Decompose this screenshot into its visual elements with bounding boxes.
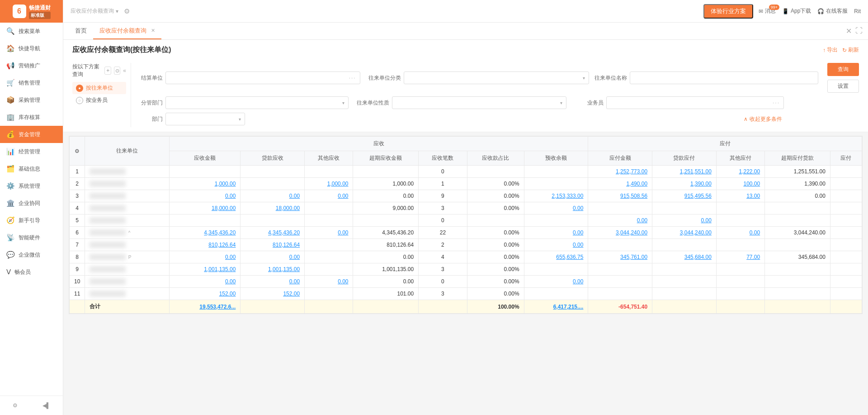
row-ar-loan[interactable]: 0.00 — [241, 190, 305, 202]
sidebar-item-sales[interactable]: 🛒 销售管理 — [0, 74, 63, 91]
th-settings[interactable]: ⚙ — [70, 137, 85, 166]
row-ap-amount[interactable]: 1,252,773.00 — [588, 166, 652, 178]
row-ar-prepay[interactable]: 0.00 — [524, 276, 588, 288]
salesman-input[interactable]: ··· — [606, 96, 784, 109]
sidebar-item-base[interactable]: 🗂️ 基础信息 — [0, 160, 63, 177]
sidebar-item-member[interactable]: Ⅴ 畅会员 — [0, 263, 63, 281]
filter-nav-by-partner[interactable]: ● 按往来单位 — [72, 82, 126, 94]
row-ap-amount[interactable]: 3,044,240.00 — [588, 227, 652, 239]
tab-close-window[interactable]: ✕ — [846, 27, 852, 35]
row-ar-amount[interactable]: 810,126.64 — [170, 239, 241, 251]
row-partner: ^ — [85, 227, 170, 239]
filter-settings-btn[interactable]: ⊙ — [114, 67, 120, 75]
settings-bottom-btn[interactable]: ⚙ — [8, 400, 22, 411]
add-filter-btn[interactable]: + — [104, 67, 111, 75]
row-num: 4 — [70, 202, 85, 215]
sidebar-item-finance[interactable]: 💰 资金管理 — [0, 126, 63, 143]
row-ap-loan[interactable]: 3,044,240.00 — [652, 227, 717, 239]
table-row: 10 0.00 0.00 0.00 0.00 0 0.00% 0.00 — [70, 276, 862, 288]
sidebar-item-guide[interactable]: 🧭 新手引导 — [0, 212, 63, 229]
row-ar-amount[interactable]: 4,345,436.20 — [170, 227, 241, 239]
row-ar-loan[interactable]: 810,126.64 — [241, 239, 305, 251]
row-ap-other[interactable]: 100.00 — [716, 178, 764, 190]
sidebar-item-system[interactable]: ⚙️ 系统管理 — [0, 177, 63, 195]
row-ap-other[interactable]: 13.00 — [716, 190, 764, 202]
row-ap-loan[interactable]: 345,684.00 — [652, 251, 717, 263]
query-button[interactable]: 查询 — [827, 63, 859, 76]
row-ar-loan[interactable]: 0.00 — [241, 251, 305, 263]
sidebar-item-marketing[interactable]: 📢 营销推广 — [0, 57, 63, 74]
partner-name-input[interactable] — [630, 72, 818, 84]
row-ap-other[interactable]: 0.00 — [716, 227, 764, 239]
row-ap-loan[interactable]: 915,495.56 — [652, 190, 717, 202]
table-settings-icon[interactable]: ⚙ — [75, 148, 80, 154]
row-ap-loan[interactable]: 1,251,551.00 — [652, 166, 717, 178]
sidebar-item-corp[interactable]: 🏛️ 企业协同 — [0, 195, 63, 212]
collapse-btn[interactable]: ∧ 收起更多条件 — [744, 115, 782, 123]
row-ap-amount[interactable]: 915,508.56 — [588, 190, 652, 202]
sidebar-item-wechat[interactable]: 💬 企业微信 — [0, 246, 63, 263]
service-btn[interactable]: 🎧 在线客服 — [817, 7, 848, 15]
dept2-input[interactable]: ▾ — [165, 113, 245, 125]
row-ap-loan[interactable]: 0.00 — [652, 215, 717, 227]
footer-ar-prepay[interactable]: 6,417,215.... — [524, 300, 588, 314]
filter-nav-by-salesman[interactable]: ○ 按业务员 — [72, 94, 126, 106]
sidebar-item-purchase[interactable]: 📦 采购管理 — [0, 91, 63, 109]
row-ap-amount[interactable]: 345,761.00 — [588, 251, 652, 263]
row-ar-other[interactable]: 0.00 — [305, 276, 353, 288]
partner-nature-input[interactable]: ▾ — [392, 96, 566, 109]
collapse-sidebar-btn[interactable]: ◀▌ — [38, 400, 55, 411]
settlement-input[interactable]: ··· — [165, 72, 360, 84]
row-ar-prepay[interactable]: 655,636.75 — [524, 251, 588, 263]
row-ar-other[interactable]: 0.00 — [305, 227, 353, 239]
row-ar-loan[interactable]: 0.00 — [241, 276, 305, 288]
sidebar-item-hardware[interactable]: 📡 智能硬件 — [0, 229, 63, 246]
message-btn[interactable]: ✉ 消息 99+ — [759, 7, 776, 15]
tab-arquery[interactable]: 应收应付余额查询 ✕ — [93, 23, 161, 39]
row-ar-prepay[interactable]: 0.00 — [524, 202, 588, 215]
app-download-btn[interactable]: 📱 App下载 — [782, 7, 811, 15]
sidebar-item-ops[interactable]: 📊 经营管理 — [0, 143, 63, 160]
filter-cell-dept2: 部门 ▾ — [137, 113, 245, 125]
sidebar-item-quick[interactable]: 🏠 快捷导航 — [0, 40, 63, 57]
row-ap-amount[interactable]: 1,490.00 — [588, 178, 652, 190]
row-ar-other[interactable]: 0.00 — [305, 190, 353, 202]
promo-button[interactable]: 体验行业方案 — [703, 4, 753, 19]
row-ar-loan[interactable]: 152.00 — [241, 288, 305, 300]
export-button[interactable]: ↑ 导出 — [823, 46, 838, 54]
tab-home[interactable]: 首页 — [69, 23, 93, 39]
partner-radio-icon: ● — [76, 85, 83, 92]
refresh-button[interactable]: ↻ 刷新 — [842, 46, 859, 54]
row-ap-amount[interactable]: 0.00 — [588, 215, 652, 227]
partner-category-input[interactable]: ▾ — [404, 72, 590, 84]
dept-input[interactable]: ▾ — [165, 96, 349, 109]
row-ar-amount[interactable]: 1,000.00 — [170, 178, 241, 190]
row-ar-amount[interactable]: 18,000.00 — [170, 202, 241, 215]
sidebar-item-search[interactable]: 🔍 搜索菜单 — [0, 23, 63, 40]
row-ar-amount[interactable]: 0.00 — [170, 276, 241, 288]
row-ar-amount[interactable]: 0.00 — [170, 251, 241, 263]
row-ar-prepay[interactable]: 0.00 — [524, 227, 588, 239]
row-ar-loan[interactable]: 1,001,135.00 — [241, 263, 305, 276]
th-ar-loan: 贷款应收 — [241, 151, 305, 166]
guide-icon: 🧭 — [6, 216, 15, 224]
row-ar-amount[interactable]: 1,001,135.00 — [170, 263, 241, 276]
footer-ar-amount[interactable]: 19,553,472.6... — [170, 300, 241, 314]
row-ar-loan[interactable]: 4,345,436.20 — [241, 227, 305, 239]
row-ar-amount[interactable]: 0.00 — [170, 190, 241, 202]
sidebar-item-inventory[interactable]: 🏢 库存核算 — [0, 109, 63, 126]
row-ar-prepay[interactable]: 2,153,333.00 — [524, 190, 588, 202]
row-ar-loan[interactable]: 18,000.00 — [241, 202, 305, 215]
row-ar-prepay[interactable]: 0.00 — [524, 239, 588, 251]
row-ap-loan[interactable]: 1,390.00 — [652, 178, 717, 190]
row-ar-other[interactable]: 1,000.00 — [305, 178, 353, 190]
filter-collapse-btn[interactable]: « — [123, 67, 126, 74]
row-ap-other[interactable]: 77.00 — [716, 251, 764, 263]
tab-close-arquery[interactable]: ✕ — [151, 28, 155, 33]
user-label[interactable]: Rit — [854, 8, 861, 14]
row-ar-amount[interactable]: 152.00 — [170, 288, 241, 300]
row-ap-other[interactable]: 1,222.00 — [716, 166, 764, 178]
filter-settings-button[interactable]: 设置 — [827, 80, 859, 93]
tab-maximize[interactable]: ⛶ — [855, 27, 863, 35]
gear-icon[interactable]: ⚙ — [124, 7, 130, 15]
